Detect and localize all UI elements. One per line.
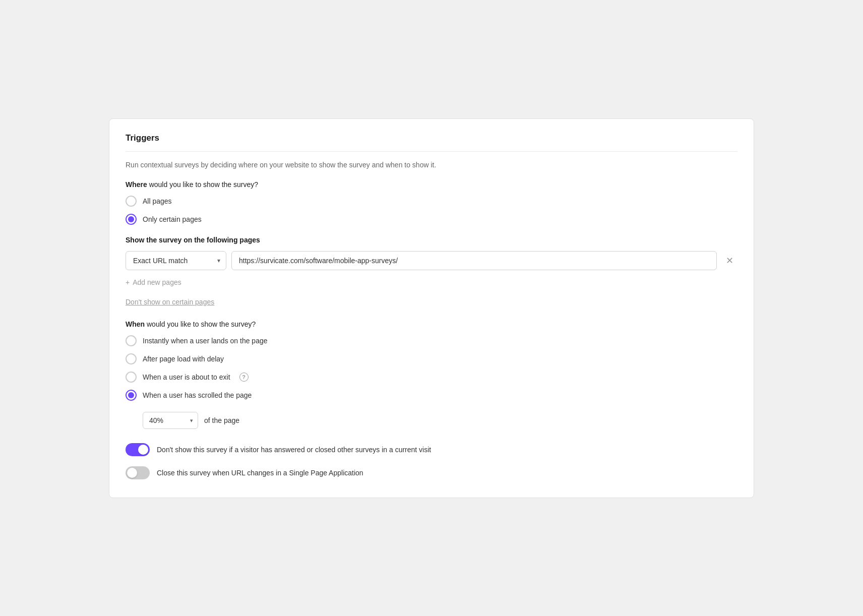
radio-all-pages-input[interactable]	[126, 196, 137, 207]
url-remove-button[interactable]: ✕	[722, 254, 737, 267]
radio-scrolled[interactable]: When a user has scrolled the page	[126, 390, 737, 401]
when-strong: When	[126, 320, 145, 328]
toggle-close-url-change-label: Close this survey when URL changes in a …	[157, 469, 363, 477]
when-radio-group: Instantly when a user lands on the page …	[126, 335, 737, 401]
where-radio-group: All pages Only certain pages	[126, 196, 737, 225]
url-match-select-wrapper: Exact URL match URL contains URL starts …	[126, 251, 226, 270]
radio-only-certain-input[interactable]	[126, 214, 137, 225]
plus-icon: +	[126, 278, 130, 286]
scroll-percent-row: 10% 20% 30% 40% 50% 60% 70% 80% 90% ▾ of…	[143, 412, 737, 429]
toggle-dont-show-answered-knob	[138, 445, 148, 455]
radio-after-delay-input[interactable]	[126, 353, 137, 364]
add-new-pages-label: Add new pages	[133, 278, 181, 286]
where-question-label: Where would you like to show the survey?	[126, 180, 737, 189]
toggle-row-close-url-change: Close this survey when URL changes in a …	[126, 466, 737, 479]
add-new-pages-link[interactable]: + Add new pages	[126, 278, 181, 286]
url-row: Exact URL match URL contains URL starts …	[126, 251, 737, 270]
scroll-of-page-label: of the page	[204, 416, 239, 424]
scroll-percent-select[interactable]: 10% 20% 30% 40% 50% 60% 70% 80% 90%	[143, 412, 198, 429]
section-title: Triggers	[126, 133, 737, 152]
url-match-select[interactable]: Exact URL match URL contains URL starts …	[126, 251, 226, 270]
toggle-dont-show-answered-label: Don't show this survey if a visitor has …	[157, 446, 431, 454]
radio-instantly-input[interactable]	[126, 335, 137, 346]
when-question-label: When would you like to show the survey?	[126, 320, 737, 328]
radio-all-pages[interactable]: All pages	[126, 196, 737, 207]
radio-only-certain-label: Only certain pages	[143, 215, 202, 223]
radio-exit-intent-label: When a user is about to exit	[143, 373, 230, 381]
toggle-dont-show-answered[interactable]	[126, 443, 150, 456]
radio-scrolled-input[interactable]	[126, 390, 137, 401]
radio-after-delay-label: After page load with delay	[143, 355, 224, 363]
radio-exit-intent[interactable]: When a user is about to exit ?	[126, 372, 737, 383]
toggle-close-url-change-knob	[127, 468, 137, 478]
where-strong: Where	[126, 180, 147, 189]
url-input[interactable]	[231, 251, 717, 270]
radio-scrolled-label: When a user has scrolled the page	[143, 391, 252, 399]
radio-instantly-label: Instantly when a user lands on the page	[143, 337, 268, 345]
radio-only-certain[interactable]: Only certain pages	[126, 214, 737, 225]
radio-exit-intent-input[interactable]	[126, 372, 137, 383]
triggers-card: Triggers Run contextual surveys by decid…	[109, 118, 754, 498]
radio-all-pages-label: All pages	[143, 197, 172, 205]
toggle-close-url-change[interactable]	[126, 466, 150, 479]
radio-after-delay[interactable]: After page load with delay	[126, 353, 737, 364]
radio-instantly[interactable]: Instantly when a user lands on the page	[126, 335, 737, 346]
scroll-select-wrapper: 10% 20% 30% 40% 50% 60% 70% 80% 90% ▾	[143, 412, 198, 429]
show-following-pages-title: Show the survey on the following pages	[126, 236, 737, 244]
dont-show-certain-link[interactable]: Don't show on certain pages	[126, 298, 214, 306]
exit-intent-help-icon[interactable]: ?	[239, 373, 249, 382]
toggles-section: Don't show this survey if a visitor has …	[126, 443, 737, 479]
description: Run contextual surveys by deciding where…	[126, 160, 737, 170]
toggle-row-dont-show-answered: Don't show this survey if a visitor has …	[126, 443, 737, 456]
